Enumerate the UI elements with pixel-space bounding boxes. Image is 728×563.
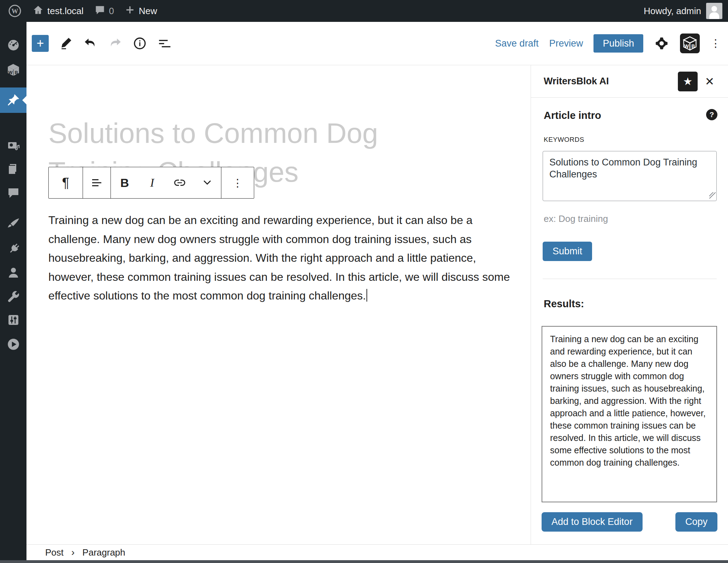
editor-toolbar: + Save draft Preview Publish <box>26 22 728 65</box>
site-menu[interactable]: test.local <box>30 4 86 18</box>
text-caret <box>366 289 367 302</box>
results-label: Results: <box>544 298 584 310</box>
section-title: Article intro <box>544 110 601 121</box>
sidebar-item-comments[interactable] <box>0 181 26 204</box>
wrench-icon <box>7 290 20 303</box>
align-button[interactable] <box>83 167 111 198</box>
list-view-button[interactable] <box>157 36 172 51</box>
plug-icon <box>7 242 20 255</box>
keywords-hint: ex: Dog training <box>544 213 608 224</box>
info-icon <box>133 36 147 50</box>
results-box[interactable]: Training a new dog can be an exciting an… <box>542 326 717 502</box>
redo-button[interactable] <box>107 36 123 51</box>
undo-icon <box>84 37 97 50</box>
panel-title: WritersBlok AI <box>544 76 609 87</box>
howdy-text: Howdy, admin <box>644 6 701 17</box>
panel-divider <box>543 279 717 279</box>
pages-icon <box>7 163 20 175</box>
window-bottom-edge <box>0 560 728 563</box>
publish-button[interactable]: Publish <box>593 34 643 53</box>
sidebar-item-tools[interactable] <box>0 285 26 308</box>
save-draft-button[interactable]: Save draft <box>495 38 538 49</box>
paragraph-text: Training a new dog can be an exciting an… <box>48 214 510 302</box>
svg-text:W: W <box>12 7 18 15</box>
more-formats-button[interactable] <box>193 167 221 198</box>
dashboard-icon <box>7 38 20 51</box>
account-menu[interactable]: Howdy, admin <box>644 3 728 19</box>
panel-header: WritersBlok AI ★ ✕ <box>531 65 728 98</box>
block-inserter-button[interactable]: + <box>32 35 49 52</box>
admin-sidebar: WB <box>0 22 26 563</box>
wordpress-editor-window: W test.local 0 New Howdy <box>0 0 728 563</box>
breadcrumb-paragraph[interactable]: Paragraph <box>82 547 125 558</box>
writersblok-panel-button[interactable]: WB <box>680 34 700 53</box>
add-to-block-editor-button[interactable]: Add to Block Editor <box>542 512 643 532</box>
sidebar-item-video[interactable] <box>0 333 26 356</box>
comments-icon <box>7 186 20 199</box>
svg-text:W: W <box>8 70 12 75</box>
sidebar-item-dashboard[interactable] <box>0 34 26 56</box>
gear-icon <box>655 36 669 50</box>
bold-button[interactable]: B <box>111 167 138 198</box>
pushpin-icon <box>7 94 20 107</box>
editor-canvas: Solutions to Common Dog Training Challen… <box>26 65 531 544</box>
svg-text:B: B <box>14 70 18 75</box>
sidebar-item-media[interactable] <box>0 134 26 157</box>
avatar <box>706 3 722 19</box>
italic-button[interactable]: I <box>138 167 166 198</box>
new-content-menu[interactable]: New <box>122 5 160 18</box>
pin-panel-button[interactable]: ★ <box>678 72 698 91</box>
home-icon <box>32 4 44 18</box>
comments-menu[interactable]: 0 <box>91 4 117 18</box>
undo-button[interactable] <box>83 36 98 51</box>
close-panel-button[interactable]: ✕ <box>700 72 720 91</box>
svg-text:W: W <box>684 43 689 49</box>
svg-text:B: B <box>691 43 695 49</box>
paragraph-block-button[interactable]: ¶ <box>49 167 83 198</box>
preview-button[interactable]: Preview <box>549 38 583 49</box>
plus-icon <box>125 5 135 18</box>
user-icon <box>7 266 20 279</box>
wb-cube-icon: WB <box>682 36 697 51</box>
wb-cube-icon: WB <box>7 63 20 77</box>
sidebar-item-appearance[interactable] <box>0 212 26 235</box>
admin-bar: W test.local 0 New Howdy <box>0 0 728 22</box>
block-toolbar: ¶ B I ⋮ <box>48 167 254 199</box>
comments-count: 0 <box>109 6 114 17</box>
sidebar-item-posts[interactable] <box>0 87 26 113</box>
block-options-button[interactable]: ⋮ <box>221 167 254 198</box>
redo-icon <box>108 37 122 50</box>
sliders-icon <box>7 314 20 326</box>
wordpress-logo-icon[interactable]: W <box>5 4 25 18</box>
chevron-down-icon <box>201 177 213 189</box>
pencil-icon <box>59 37 72 50</box>
paragraph-block[interactable]: Training a new dog can be an exciting an… <box>48 211 521 305</box>
sidebar-item-settings[interactable] <box>0 309 26 331</box>
paintbrush-icon <box>7 217 20 230</box>
sidebar-item-users[interactable] <box>0 261 26 284</box>
submit-button[interactable]: Submit <box>543 242 592 261</box>
new-label: New <box>139 6 157 17</box>
sidebar-item-plugins[interactable] <box>0 237 26 260</box>
edit-tool-button[interactable] <box>58 36 73 51</box>
settings-gear-button[interactable] <box>654 36 669 51</box>
keywords-label: KEYWORDS <box>544 136 584 144</box>
comment-bubble-icon <box>94 4 106 18</box>
options-menu-button[interactable]: ⋮ <box>710 38 721 49</box>
breadcrumb-separator-icon: › <box>71 547 74 558</box>
align-left-icon <box>90 176 103 189</box>
link-button[interactable] <box>166 167 193 198</box>
breadcrumb: Post › Paragraph <box>26 544 728 560</box>
breadcrumb-post[interactable]: Post <box>45 547 64 558</box>
site-name: test.local <box>47 6 84 17</box>
help-icon[interactable]: ? <box>706 109 717 120</box>
details-button[interactable] <box>132 36 148 51</box>
link-icon <box>173 176 186 189</box>
sidebar-item-writersblok[interactable]: WB <box>0 59 26 81</box>
active-item-notch <box>22 96 26 104</box>
star-icon: ★ <box>683 75 693 87</box>
keywords-input[interactable]: Solutions to Common Dog Training Challen… <box>543 151 717 201</box>
copy-button[interactable]: Copy <box>675 512 717 532</box>
media-icon <box>7 139 20 152</box>
sidebar-item-pages[interactable] <box>0 158 26 180</box>
